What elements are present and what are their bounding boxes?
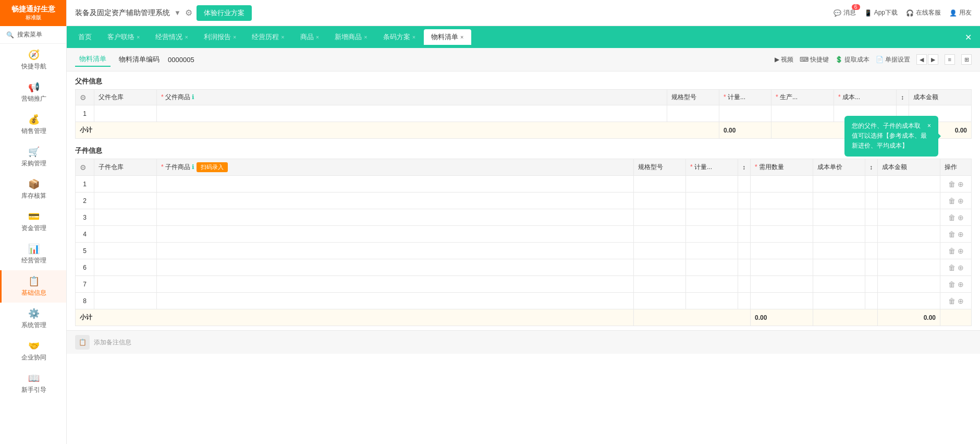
- child-warehouse-cell[interactable]: [94, 276, 157, 293]
- child-needed-cell[interactable]: [751, 243, 813, 259]
- th-child-settings[interactable]: ⚙: [76, 159, 94, 176]
- child-warehouse-cell[interactable]: [94, 293, 157, 309]
- sidebar-item-marketing[interactable]: 📢营销推广: [0, 76, 66, 109]
- child-cost-unit-cell[interactable]: [813, 209, 865, 226]
- close-all-tabs-button[interactable]: ✕: [961, 30, 976, 44]
- child-goods-cell[interactable]: [157, 176, 634, 193]
- tab-close-goods[interactable]: ×: [316, 34, 319, 40]
- child-needed-cell[interactable]: [751, 193, 813, 209]
- spec-cell[interactable]: [667, 105, 719, 122]
- nav-tab-customer[interactable]: 客户联络 ×: [100, 29, 147, 45]
- child-warehouse-cell[interactable]: [94, 226, 157, 243]
- child-spec-cell[interactable]: [634, 226, 686, 243]
- child-spec-cell[interactable]: [634, 259, 686, 276]
- child-unit-cell[interactable]: [686, 176, 738, 193]
- child-warehouse-cell[interactable]: [94, 209, 157, 226]
- child-cost-unit-cell[interactable]: [813, 276, 865, 293]
- tab-close-bom[interactable]: ×: [460, 34, 463, 40]
- next-arrow[interactable]: ▶: [928, 54, 938, 65]
- delete-row-button[interactable]: 🗑: [948, 247, 956, 255]
- child-needed-cell[interactable]: [751, 293, 813, 309]
- tab-close-profit[interactable]: ×: [233, 34, 236, 40]
- child-goods-cell[interactable]: [157, 259, 634, 276]
- child-needed-cell[interactable]: [751, 226, 813, 243]
- child-unit-cell[interactable]: [686, 243, 738, 259]
- child-spec-cell[interactable]: [634, 209, 686, 226]
- child-goods-cell[interactable]: [157, 293, 634, 309]
- delete-row-button[interactable]: 🗑: [948, 213, 956, 222]
- child-spec-cell[interactable]: [634, 276, 686, 293]
- add-note-button[interactable]: 📋: [75, 335, 90, 350]
- tab-close-customer[interactable]: ×: [137, 34, 140, 40]
- tab-close-barcode[interactable]: ×: [412, 34, 415, 40]
- online-service-button[interactable]: 🎧 在线客服: [906, 8, 941, 17]
- child-spec-cell[interactable]: [634, 293, 686, 309]
- delete-row-button[interactable]: 🗑: [948, 297, 956, 305]
- child-unit-cell[interactable]: [686, 209, 738, 226]
- child-warehouse-cell[interactable]: [94, 259, 157, 276]
- parent-warehouse-cell[interactable]: [94, 105, 157, 122]
- th-settings[interactable]: ⚙: [76, 90, 94, 105]
- delete-row-button[interactable]: 🗑: [948, 263, 956, 272]
- app-download-button[interactable]: 📱 App下载: [864, 8, 898, 17]
- sidebar-item-operation[interactable]: 📊经营管理: [0, 238, 66, 270]
- tooltip-close-button[interactable]: ×: [927, 121, 931, 131]
- nav-tab-business[interactable]: 经营情况 ×: [148, 29, 195, 45]
- delete-row-button[interactable]: 🗑: [948, 180, 956, 188]
- dropdown-icon[interactable]: ▼: [174, 9, 181, 17]
- sidebar-item-basic[interactable]: 📋基础信息: [0, 270, 66, 303]
- child-needed-cell[interactable]: [751, 259, 813, 276]
- delete-row-button[interactable]: 🗑: [948, 280, 956, 289]
- unit-cell[interactable]: [719, 105, 771, 122]
- copy-row-button[interactable]: ⊕: [958, 280, 964, 289]
- list-view-btn[interactable]: ≡: [945, 54, 955, 65]
- child-warehouse-cell[interactable]: [94, 193, 157, 209]
- copy-row-button[interactable]: ⊕: [958, 230, 964, 238]
- settings-icon[interactable]: ⚙: [185, 8, 192, 18]
- sidebar-item-inventory[interactable]: 📦库存核算: [0, 173, 66, 206]
- nav-tab-new-goods[interactable]: 新增商品 ×: [327, 29, 374, 45]
- child-spec-cell[interactable]: [634, 243, 686, 259]
- child-cost-unit-cell[interactable]: [813, 243, 865, 259]
- copy-row-button[interactable]: ⊕: [958, 297, 964, 305]
- child-needed-cell[interactable]: [751, 276, 813, 293]
- nav-tab-profit[interactable]: 利润报告 ×: [197, 29, 243, 45]
- cost-action[interactable]: 💲 提取成本: [835, 55, 869, 64]
- tab-bom[interactable]: 物料清单: [75, 52, 111, 67]
- sidebar-item-quick-nav[interactable]: 🧭快捷导航: [0, 44, 66, 76]
- copy-row-button[interactable]: ⊕: [958, 247, 964, 255]
- child-goods-cell[interactable]: [157, 243, 634, 259]
- sidebar-item-finance[interactable]: 💳资金管理: [0, 206, 66, 238]
- nav-tab-history[interactable]: 经营历程 ×: [244, 29, 291, 45]
- child-unit-cell[interactable]: [686, 293, 738, 309]
- child-warehouse-cell[interactable]: [94, 243, 157, 259]
- sidebar-item-enterprise[interactable]: 🤝企业协同: [0, 335, 66, 367]
- child-warehouse-cell[interactable]: [94, 176, 157, 193]
- settings-action[interactable]: 📄 单据设置: [876, 55, 910, 64]
- tab-close-history[interactable]: ×: [281, 34, 284, 40]
- user-avatar[interactable]: 👤 用友: [949, 8, 972, 17]
- sidebar-item-purchase[interactable]: 🛒采购管理: [0, 141, 66, 173]
- child-cost-unit-cell[interactable]: [813, 193, 865, 209]
- copy-row-button[interactable]: ⊕: [958, 180, 964, 188]
- child-cost-unit-cell[interactable]: [813, 226, 865, 243]
- delete-row-button[interactable]: 🗑: [948, 197, 956, 205]
- child-goods-cell[interactable]: [157, 209, 634, 226]
- scan-button[interactable]: 扫码录入: [197, 162, 228, 172]
- child-goods-cell[interactable]: [157, 193, 634, 209]
- parent-goods-cell[interactable]: [157, 105, 667, 122]
- child-spec-cell[interactable]: [634, 176, 686, 193]
- child-goods-cell[interactable]: [157, 226, 634, 243]
- child-cost-unit-cell[interactable]: [813, 259, 865, 276]
- child-unit-cell[interactable]: [686, 259, 738, 276]
- try-button[interactable]: 体验行业方案: [197, 5, 252, 21]
- message-button[interactable]: 💬 消息 6: [834, 8, 856, 17]
- sidebar-item-sales[interactable]: 💰销售管理: [0, 109, 66, 141]
- child-needed-cell[interactable]: [751, 209, 813, 226]
- view-action[interactable]: ▶ 视频: [775, 55, 793, 64]
- sidebar-search[interactable]: 🔍 搜索菜单: [0, 26, 66, 44]
- tab-close-business[interactable]: ×: [185, 34, 188, 40]
- copy-row-button[interactable]: ⊕: [958, 263, 964, 272]
- child-needed-cell[interactable]: [751, 176, 813, 193]
- sidebar-item-guide[interactable]: 📖新手引导: [0, 367, 66, 400]
